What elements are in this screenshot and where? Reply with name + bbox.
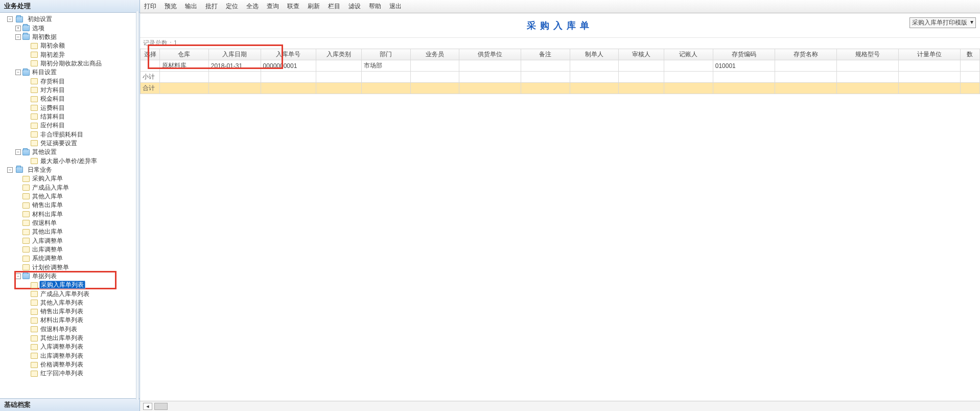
grid-cell[interactable] xyxy=(664,60,713,72)
tree-node[interactable]: 期初数据 xyxy=(31,33,58,40)
collapse-icon[interactable]: − xyxy=(15,70,21,75)
tree-node[interactable]: 科目设置 xyxy=(31,68,58,76)
toolbar-linkquery[interactable]: 联查 xyxy=(286,1,300,12)
toolbar-export[interactable]: 输出 xyxy=(184,1,198,12)
tree-node[interactable]: 最大最小单价/差异率 xyxy=(39,157,98,165)
tree-node[interactable]: 销售出库单 xyxy=(31,201,64,209)
grid-cell[interactable] xyxy=(410,60,459,72)
tree-node-purchase-in-list[interactable]: 采购入库单列表 xyxy=(39,281,85,289)
grid-data-row[interactable]: 原材料库2018-01-310000000001市场部010001 xyxy=(141,60,980,72)
tree-node[interactable]: 非合理损耗科目 xyxy=(39,131,84,138)
tree-node[interactable]: 期初分期收款发出商品 xyxy=(39,60,103,67)
tree-node-bill-list[interactable]: 单据列表 xyxy=(31,272,58,280)
tree-node[interactable]: 期初余额 xyxy=(39,42,66,49)
tree-node[interactable]: 税金科目 xyxy=(39,95,66,102)
grid-col-header[interactable]: 制单人 xyxy=(570,49,619,60)
grid-col-header[interactable]: 备注 xyxy=(521,49,570,60)
tree-node[interactable]: 假退料单列表 xyxy=(39,326,78,333)
toolbar-selectall[interactable]: 全选 xyxy=(245,1,260,12)
expand-icon[interactable]: + xyxy=(15,26,21,31)
grid-col-header[interactable]: 数 xyxy=(960,49,979,60)
grid-cell[interactable] xyxy=(141,60,160,72)
tree-node[interactable]: 产成品入库单列表 xyxy=(39,290,90,298)
tree-node[interactable]: 出库调整单 xyxy=(31,246,64,253)
grid-col-header[interactable]: 审核人 xyxy=(619,49,664,60)
nav-tree[interactable]: − 初始设置 +选项 −期初数据 期初余额 期初差异 期初分期收款发出商品 −科… xyxy=(0,13,139,398)
toolbar-batchprint[interactable]: 批打 xyxy=(204,1,219,12)
toolbar-preview[interactable]: 预览 xyxy=(164,1,178,12)
tree-node[interactable]: 对方科目 xyxy=(39,86,66,94)
grid-cell[interactable] xyxy=(960,60,979,72)
grid-cell[interactable]: 0000000001 xyxy=(261,60,316,72)
grid-col-header[interactable]: 入库单号 xyxy=(261,49,316,60)
grid-col-header[interactable]: 供货单位 xyxy=(459,49,521,60)
grid-cell[interactable] xyxy=(459,60,521,72)
tree-node[interactable]: 材料出库单 xyxy=(31,211,64,218)
tree-node[interactable]: 应付科目 xyxy=(39,122,66,129)
grid-col-header[interactable]: 入库类别 xyxy=(316,49,361,60)
toolbar-print[interactable]: 打印 xyxy=(143,1,157,12)
tree-node[interactable]: 材料出库单列表 xyxy=(39,316,84,324)
grid-col-header[interactable]: 存货名称 xyxy=(775,49,836,60)
collapse-icon[interactable]: − xyxy=(7,167,13,173)
grid-col-header[interactable]: 计量单位 xyxy=(898,49,960,60)
tree-node[interactable]: 其他入库单列表 xyxy=(39,299,84,306)
tree-node[interactable]: 系统调整单 xyxy=(31,255,64,262)
tree-node[interactable]: 出库调整单列表 xyxy=(39,352,84,359)
grid-col-header[interactable]: 业务员 xyxy=(410,49,459,60)
grid-cell[interactable] xyxy=(836,60,898,72)
tree-node[interactable]: 销售出库单列表 xyxy=(39,308,84,315)
tree-node[interactable]: 入库调整单列表 xyxy=(39,343,84,350)
toolbar-help[interactable]: 帮助 xyxy=(368,1,382,12)
grid-cell[interactable] xyxy=(898,60,960,72)
grid-cell[interactable] xyxy=(316,60,361,72)
scroll-left-icon[interactable]: ◄ xyxy=(143,403,152,410)
tree-node[interactable]: 期初差异 xyxy=(39,51,66,58)
collapse-icon[interactable]: − xyxy=(7,16,13,22)
horizontal-scrollbar[interactable]: ◄ xyxy=(140,401,980,411)
tree-node[interactable]: 产成品入库单 xyxy=(31,184,70,191)
grid-col-header[interactable]: 仓库 xyxy=(160,49,209,60)
tree-node[interactable]: 凭证摘要设置 xyxy=(39,140,78,147)
tree-node[interactable]: 假退料单 xyxy=(31,219,58,226)
tree-node[interactable]: 采购入库单 xyxy=(31,175,64,182)
tree-node[interactable]: 红字回冲单列表 xyxy=(39,370,84,377)
grid-cell[interactable] xyxy=(775,60,836,72)
grid-cell[interactable]: 市场部 xyxy=(362,60,411,72)
collapse-icon[interactable]: − xyxy=(15,273,21,279)
grid-cell[interactable] xyxy=(619,60,664,72)
tree-node[interactable]: 计划价调整单 xyxy=(31,264,70,271)
toolbar-filter[interactable]: 滤设 xyxy=(347,1,362,12)
data-grid[interactable]: 选择仓库入库日期入库单号入库类别部门业务员供货单位备注制单人审核人记账人存货编码… xyxy=(140,49,980,94)
tree-node[interactable]: 其他入库单 xyxy=(31,193,64,200)
toolbar-refresh[interactable]: 刷新 xyxy=(307,1,321,12)
tree-node[interactable]: 其他设置 xyxy=(31,148,58,155)
tree-node[interactable]: 价格调整单列表 xyxy=(39,361,84,368)
tree-node[interactable]: 其他出库单列表 xyxy=(39,334,84,341)
grid-col-header[interactable]: 规格型号 xyxy=(836,49,898,60)
grid-cell[interactable]: 原材料库 xyxy=(160,60,209,72)
collapse-icon[interactable]: − xyxy=(15,34,21,40)
grid-cell[interactable]: 010001 xyxy=(713,60,775,72)
toolbar-exit[interactable]: 退出 xyxy=(388,1,403,12)
grid-col-header[interactable]: 部门 xyxy=(362,49,411,60)
tree-node-daily[interactable]: 日常业务 xyxy=(27,166,53,173)
grid-col-header[interactable]: 记账人 xyxy=(664,49,713,60)
grid-col-header[interactable]: 存货编码 xyxy=(713,49,775,60)
tree-node[interactable]: 运费科目 xyxy=(39,104,66,111)
panel-splitter[interactable] xyxy=(136,11,139,400)
tree-node-init[interactable]: 初始设置 xyxy=(27,15,53,22)
collapse-icon[interactable]: − xyxy=(15,149,21,155)
tree-node[interactable]: 结算科目 xyxy=(39,113,66,120)
grid-col-header[interactable]: 选择 xyxy=(141,49,160,60)
toolbar-locate[interactable]: 定位 xyxy=(225,1,239,12)
nav-panel-footer[interactable]: 基础档案 xyxy=(0,398,139,411)
grid-cell[interactable] xyxy=(570,60,619,72)
tree-node[interactable]: 入库调整单 xyxy=(31,237,64,244)
tree-node[interactable]: 选项 xyxy=(31,25,45,32)
print-template-select[interactable]: 采购入库单打印模版 xyxy=(909,17,976,28)
toolbar-columns[interactable]: 栏目 xyxy=(327,1,341,12)
grid-cell[interactable] xyxy=(521,60,570,72)
toolbar-query[interactable]: 查询 xyxy=(266,1,280,12)
grid-col-header[interactable]: 入库日期 xyxy=(208,49,261,60)
